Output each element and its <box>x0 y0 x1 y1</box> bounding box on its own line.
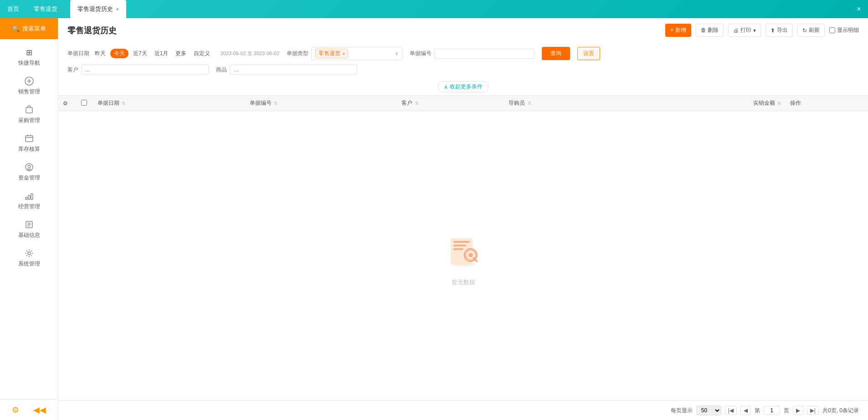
collapse-row: ∧ 收起更多条件 <box>67 79 859 95</box>
amount-sort-icon: ⇅ <box>777 101 781 106</box>
yesterday-btn[interactable]: 昨天 <box>92 49 108 58</box>
settings-bottom-button[interactable]: ⚙ <box>12 405 19 415</box>
doc-type-select[interactable]: 零售退货 × ∨ <box>311 47 402 60</box>
last7days-btn[interactable]: 近7天 <box>130 49 150 58</box>
page-size-select[interactable]: 50 10 20 100 <box>696 405 721 415</box>
svg-rect-11 <box>453 241 470 243</box>
operations-icon <box>24 191 34 201</box>
last-page-button[interactable]: ▶| <box>807 406 819 415</box>
sidebar-item-finance-label: 资金管理 <box>18 174 40 182</box>
col-doc-number[interactable]: 单据编号 ⇅ <box>245 96 397 111</box>
last1month-btn[interactable]: 近1月 <box>152 49 171 58</box>
sidebar-item-inventory[interactable]: 库存核算 <box>0 129 58 158</box>
col-customer[interactable]: 客户 ⇅ <box>397 96 504 111</box>
export-button[interactable]: ⬆ 导出 <box>765 24 793 37</box>
svg-point-16 <box>468 253 473 257</box>
empty-state: 暂无数据 <box>58 111 868 400</box>
custom-btn[interactable]: 自定义 <box>191 49 213 58</box>
prev-page-button[interactable]: ◀ <box>740 406 751 415</box>
svg-rect-6 <box>31 194 33 200</box>
sidebar-bottom: ⚙ ◀◀ <box>0 399 58 420</box>
home-icon: ⊞ <box>24 47 34 57</box>
show-detail-checkbox-label[interactable]: 显示明细 <box>829 26 859 34</box>
col-operation: 操作 <box>786 96 868 111</box>
audio-bottom-button[interactable]: ◀◀ <box>33 405 46 415</box>
doc-type-tag-close[interactable]: × <box>342 51 345 56</box>
doc-number-label: 单据编号 <box>410 50 431 57</box>
select-all-checkbox[interactable] <box>81 100 87 106</box>
doc-type-label: 单据类型 <box>287 50 308 57</box>
page-title-row: 零售退货历史 + 新增 🗑 删除 🖨 🖨 打印 打印 ▾ ⬆ 导出 <box>67 24 859 37</box>
finance-icon <box>24 162 34 172</box>
refresh-icon: ↻ <box>802 27 807 34</box>
col-guide[interactable]: 导购员 ⇅ <box>504 96 633 111</box>
sidebar-item-quick-nav-label: 快捷导航 <box>18 59 40 67</box>
sidebar-item-sales-mgmt[interactable]: 销售管理 <box>0 72 58 100</box>
svg-rect-5 <box>28 195 30 200</box>
more-btn[interactable]: 更多 <box>173 49 189 58</box>
doc-date-sort-icon: ⇅ <box>122 101 125 106</box>
tab-home-label: 首页 <box>7 5 19 13</box>
page-size-label: 每页显示 <box>671 407 693 415</box>
next-page-button[interactable]: ▶ <box>793 406 803 415</box>
tab-retail-return-history-label: 零售退货历史 <box>77 5 113 13</box>
first-page-button[interactable]: |◀ <box>725 406 737 415</box>
sidebar-item-purchase-mgmt[interactable]: 采购管理 <box>0 100 58 129</box>
page-suffix: 页 <box>784 407 789 415</box>
tab-home[interactable]: 首页 <box>0 0 26 18</box>
window-close-button[interactable]: × <box>850 0 868 18</box>
sidebar-item-operations[interactable]: 经营管理 <box>0 186 58 215</box>
col-settings-icon[interactable]: ⚙ <box>63 100 68 107</box>
customer-label: 客户 <box>67 66 78 74</box>
tab-retail-return-history-close[interactable]: × <box>116 6 118 12</box>
page-header: 零售退货历史 + 新增 🗑 删除 🖨 🖨 打印 打印 ▾ ⬆ 导出 <box>58 18 868 96</box>
purchase-icon <box>24 105 34 115</box>
sidebar-item-operations-label: 经营管理 <box>18 203 40 210</box>
svg-rect-2 <box>26 136 33 142</box>
sidebar-item-basic-info[interactable]: 基础信息 <box>0 215 58 244</box>
total-info: 共0页, 0条记录 <box>822 407 859 415</box>
new-button[interactable]: + 新增 <box>665 24 691 37</box>
col-actual-amount[interactable]: 实销金额 ⇅ <box>634 96 786 111</box>
tab-retail-return-close[interactable]: × <box>60 6 63 12</box>
tab-retail-return[interactable]: 零售退货 × <box>26 0 70 18</box>
date-shortcuts: 昨天 今天 近7天 近1月 更多 自定义 <box>92 49 213 58</box>
filter-row-2: 客户 商品 <box>67 65 859 75</box>
sidebar-item-finance[interactable]: 资金管理 <box>0 158 58 186</box>
delete-button[interactable]: 🗑 删除 <box>696 24 724 37</box>
doc-number-input[interactable] <box>434 49 534 59</box>
page-number-input[interactable] <box>764 406 780 415</box>
col-doc-date[interactable]: 单据日期 ⇅ <box>93 96 245 111</box>
sidebar-item-system-mgmt[interactable]: 系统管理 <box>0 244 58 272</box>
svg-rect-4 <box>26 197 27 200</box>
inventory-icon <box>24 133 34 143</box>
table-wrapper: ⚙ 单据日期 ⇅ 单据编号 ⇅ <box>58 96 868 400</box>
show-detail-checkbox[interactable] <box>829 27 835 33</box>
export-icon: ⬆ <box>770 27 775 34</box>
customer-input[interactable] <box>81 65 209 75</box>
settings-button[interactable]: 设置 <box>577 47 600 60</box>
table-header-row: ⚙ 单据日期 ⇅ 单据编号 ⇅ <box>58 96 868 111</box>
date-range-text: 2023-06-02 至 2023-06-02 <box>220 50 279 57</box>
print-icon: 🖨 <box>733 27 739 34</box>
sidebar-item-quick-nav[interactable]: ⊞ 快捷导航 <box>0 43 58 72</box>
sidebar-item-sales-label: 销售管理 <box>18 88 40 96</box>
refresh-button[interactable]: ↻ 刷新 <box>797 24 825 37</box>
col-checkbox <box>77 96 93 111</box>
svg-rect-1 <box>26 108 32 113</box>
tab-retail-return-history[interactable]: 零售退货历史 × <box>70 0 126 18</box>
print-button[interactable]: 🖨 🖨 打印 打印 ▾ <box>728 24 761 37</box>
collapse-button[interactable]: ∧ 收起更多条件 <box>438 81 488 92</box>
customer-filter: 客户 <box>67 65 209 75</box>
date-filter-label: 单据日期 <box>67 50 89 57</box>
svg-point-8 <box>28 252 31 255</box>
svg-rect-12 <box>453 245 466 246</box>
top-tabs: 首页 零售退货 × 零售退货历史 × <box>0 0 850 18</box>
main-content: 零售退货历史 + 新增 🗑 删除 🖨 🖨 打印 打印 ▾ ⬆ 导出 <box>58 18 868 420</box>
today-btn[interactable]: 今天 <box>110 49 128 58</box>
sidebar-search-button[interactable]: 🔍 搜索菜单 <box>0 18 58 39</box>
goods-input[interactable] <box>230 65 357 75</box>
doc-type-filter: 单据类型 零售退货 × ∨ <box>287 47 402 60</box>
show-detail-label: 显示明细 <box>837 26 859 34</box>
query-button[interactable]: 查询 <box>542 47 570 60</box>
